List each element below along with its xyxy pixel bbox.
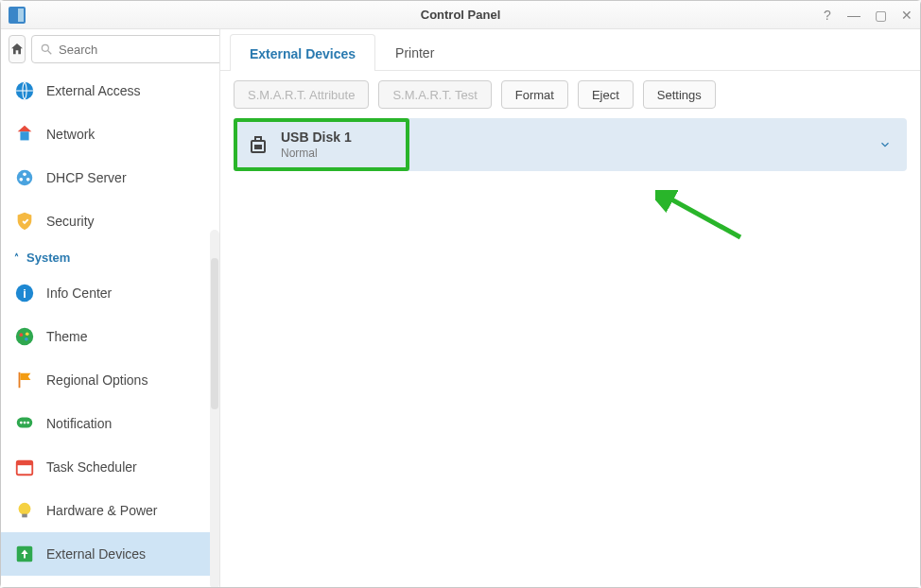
device-row[interactable]: USB Disk 1 Normal	[234, 118, 907, 171]
tab-label: Printer	[395, 45, 434, 61]
home-button[interactable]	[9, 35, 26, 63]
sidebar-item-label: Hardware & Power	[46, 503, 158, 518]
svg-rect-26	[254, 145, 262, 149]
format-button[interactable]: Format	[501, 80, 568, 109]
svg-point-7	[23, 173, 26, 177]
home-icon	[9, 42, 25, 57]
smart-test-button[interactable]: S.M.A.R.T. Test	[378, 80, 491, 109]
sidebar-item-label: Notification	[46, 416, 112, 431]
close-icon[interactable]: ✕	[899, 8, 914, 23]
svg-point-5	[20, 178, 24, 182]
section-label: System	[26, 251, 70, 265]
sidebar-item-label: Info Center	[46, 285, 112, 301]
sidebar-item-theme[interactable]: Theme	[1, 315, 219, 358]
sidebar-item-label: DHCP Server	[46, 170, 127, 185]
svg-text:i: i	[23, 286, 26, 301]
dhcp-icon	[14, 167, 35, 188]
calendar-icon	[14, 457, 35, 477]
device-highlight: USB Disk 1 Normal	[234, 118, 409, 171]
svg-rect-3	[20, 131, 28, 140]
window-title: Control Panel	[421, 8, 501, 22]
sidebar-item-external-devices[interactable]: External Devices	[1, 532, 219, 576]
chat-icon	[14, 413, 35, 434]
sidebar-item-label: Regional Options	[46, 372, 148, 388]
annotation-arrow	[655, 190, 750, 247]
search-icon	[40, 43, 53, 56]
settings-button[interactable]: Settings	[643, 80, 716, 109]
titlebar: Control Panel ? — ▢ ✕	[1, 1, 920, 29]
svg-point-10	[16, 328, 33, 345]
smart-attribute-button[interactable]: S.M.A.R.T. Attribute	[234, 80, 369, 109]
usb-drive-icon	[247, 133, 269, 156]
svg-point-13	[25, 337, 28, 341]
svg-point-11	[20, 333, 24, 337]
chevron-down-icon[interactable]	[878, 138, 892, 151]
sidebar-scrollbar[interactable]	[210, 230, 219, 587]
svg-point-6	[26, 178, 30, 182]
search-input[interactable]	[59, 43, 217, 57]
window-controls: ? — ▢ ✕	[820, 1, 914, 29]
sidebar-nav: External Access Network DHCP Server	[1, 69, 219, 587]
drive-upload-icon	[14, 544, 35, 564]
svg-point-18	[26, 422, 29, 424]
app-icon	[9, 7, 26, 24]
search-box[interactable]	[31, 35, 220, 63]
tab-bar: External Devices Printer	[220, 29, 920, 71]
palette-icon	[14, 326, 35, 347]
flag-icon	[14, 370, 35, 390]
eject-button[interactable]: Eject	[578, 80, 634, 109]
device-info: USB Disk 1 Normal	[281, 130, 352, 160]
info-icon: i	[14, 283, 35, 303]
svg-line-1	[48, 51, 52, 55]
toolbar: S.M.A.R.T. Attribute S.M.A.R.T. Test For…	[220, 71, 920, 118]
device-name: USB Disk 1	[281, 130, 352, 145]
network-icon	[14, 124, 35, 145]
sidebar-scroll-thumb[interactable]	[211, 258, 218, 409]
chevron-up-icon: ˄	[14, 252, 19, 263]
main-panel: External Devices Printer S.M.A.R.T. Attr…	[220, 29, 920, 587]
svg-rect-25	[255, 137, 261, 141]
sidebar-item-label: Network	[46, 127, 95, 142]
svg-point-4	[17, 170, 33, 186]
maximize-icon[interactable]: ▢	[873, 8, 888, 23]
sidebar-item-label: Task Scheduler	[46, 459, 137, 475]
section-system[interactable]: ˄ System	[1, 243, 219, 271]
svg-rect-14	[19, 372, 21, 389]
sidebar-item-notification[interactable]: Notification	[1, 402, 219, 445]
device-status: Normal	[281, 147, 352, 160]
sidebar-item-dhcp-server[interactable]: DHCP Server	[1, 156, 219, 199]
svg-line-27	[665, 196, 740, 237]
sidebar-item-label: Security	[46, 214, 95, 229]
sidebar-item-external-access[interactable]: External Access	[1, 69, 219, 112]
tab-label: External Devices	[250, 46, 356, 61]
control-panel-window: Control Panel ? — ▢ ✕	[0, 0, 921, 588]
minimize-icon[interactable]: —	[846, 8, 861, 23]
sidebar-item-regional-options[interactable]: Regional Options	[1, 358, 219, 402]
sidebar-item-network[interactable]: Network	[1, 112, 219, 156]
sidebar-item-label: External Devices	[46, 546, 146, 562]
sidebar-item-security[interactable]: Security	[1, 199, 219, 243]
globe-icon	[14, 80, 35, 101]
svg-rect-20	[17, 461, 33, 466]
svg-point-16	[20, 422, 23, 424]
sidebar-item-task-scheduler[interactable]: Task Scheduler	[1, 445, 219, 489]
svg-point-17	[24, 422, 26, 424]
sidebar-item-hardware-power[interactable]: Hardware & Power	[1, 489, 219, 532]
sidebar-item-info-center[interactable]: i Info Center	[1, 271, 219, 315]
tab-printer[interactable]: Printer	[375, 33, 454, 70]
bulb-icon	[14, 500, 35, 521]
sidebar: External Access Network DHCP Server	[1, 29, 220, 587]
sidebar-item-label: External Access	[46, 83, 141, 98]
svg-point-0	[42, 44, 48, 51]
help-icon[interactable]: ?	[820, 8, 835, 23]
tab-external-devices[interactable]: External Devices	[230, 34, 375, 71]
svg-point-12	[26, 332, 29, 336]
svg-point-21	[19, 503, 31, 515]
shield-icon	[14, 211, 35, 232]
sidebar-item-label: Theme	[46, 329, 88, 344]
svg-rect-22	[22, 514, 27, 518]
